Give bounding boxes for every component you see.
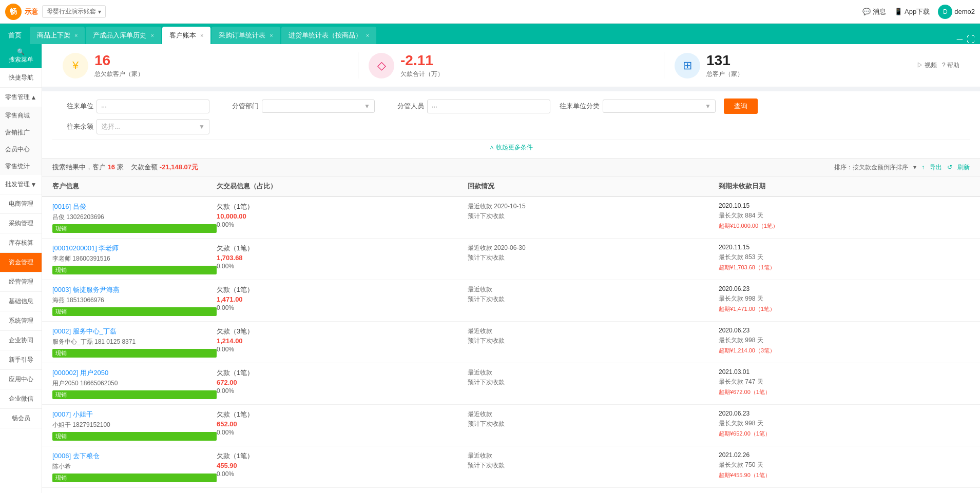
- maximize-icon[interactable]: ⛶: [967, 35, 975, 44]
- debt-percent: 0.00%: [217, 346, 468, 353]
- tab-home[interactable]: 首页: [0, 27, 30, 44]
- results-debt-amount: -21,148.07元: [160, 163, 198, 171]
- due-info-laoshi: 2020.11.15 最长欠款 853 天 超期¥1,703.68（1笔）: [719, 244, 970, 271]
- unit-category-select[interactable]: ▼: [603, 100, 716, 113]
- balance-select[interactable]: 选择... ▼: [97, 119, 209, 134]
- sort-label: 排序：按欠款金额倒序排序: [834, 163, 908, 172]
- filter-dept: 分管部门 ▼: [218, 100, 375, 113]
- debt-info-changji: 欠款（1笔） 1,471.00 0.00%: [217, 285, 468, 311]
- customer-name-link[interactable]: [0007] 小姐干: [52, 410, 217, 419]
- chevron-icon: ▼: [31, 181, 37, 188]
- latest-payment: 最近收款: [468, 285, 719, 294]
- debt-percent: 0.00%: [217, 304, 468, 311]
- due-date: 2020.06.23: [719, 327, 970, 334]
- due-info-changji: 2020.06.23 最长欠款 998 天 超期¥1,471.00（1笔）: [719, 285, 970, 313]
- close-icon[interactable]: ×: [200, 32, 203, 38]
- video-help-btn[interactable]: ▷ 视频: [917, 61, 937, 70]
- customer-info-dinglei: [0002] 服务中心_丁磊 服务中心_丁磊 181 0125 8371 现销: [52, 327, 217, 358]
- sidebar-item-enterprise-collab[interactable]: 企业协同: [0, 331, 42, 350]
- chevron-down-icon: ▾: [98, 8, 101, 15]
- customer-tag: 现销: [52, 307, 217, 316]
- sidebar-item-retail-stats[interactable]: 零售统计: [0, 158, 42, 175]
- dept-select[interactable]: ▼: [262, 100, 375, 113]
- customer-tag: 现销: [52, 224, 217, 233]
- avatar: D: [938, 5, 952, 19]
- overdue-days: 最长欠款 998 天: [719, 294, 970, 303]
- customer-name-link[interactable]: [0003] 畅捷服务尹海燕: [52, 285, 217, 294]
- close-icon[interactable]: ×: [150, 32, 153, 38]
- refresh-button[interactable]: 刷新: [957, 163, 970, 172]
- person-input[interactable]: ···: [427, 100, 550, 113]
- sidebar-item-sys-mgmt[interactable]: 系统管理: [0, 311, 42, 331]
- tab-customer-account[interactable]: 客户账本 ×: [162, 27, 210, 44]
- close-icon[interactable]: ×: [270, 32, 273, 38]
- filter-row-2: 往来余额 选择... ▼: [52, 119, 970, 134]
- help-btn[interactable]: ? 帮助: [942, 61, 959, 70]
- tab-products[interactable]: 商品上下架 ×: [30, 27, 85, 44]
- from-unit-input[interactable]: ···: [97, 100, 209, 113]
- table-row: [0007] 小姐干 小姐干 18279152100 现销 欠款（1笔） 652…: [42, 405, 980, 446]
- sidebar-item-batch-mgmt[interactable]: 批发管理 ▼: [0, 175, 42, 194]
- message-button[interactable]: 💬 消息: [862, 7, 886, 16]
- customer-name-link[interactable]: [0016] 吕俊: [52, 202, 217, 211]
- table-row: [00010200001] 李老师 李老师 18600391516 现销 欠款（…: [42, 239, 980, 280]
- tab-inventory-stats[interactable]: 进货单统计表（按商品） ×: [281, 27, 376, 44]
- tab-purchase-order[interactable]: 采购订单统计表 ×: [212, 27, 280, 44]
- sidebar-item-app-center[interactable]: 应用中心: [0, 370, 42, 389]
- export-button[interactable]: 导出: [930, 163, 942, 172]
- customer-name-link[interactable]: [000002] 用户2050: [52, 368, 217, 378]
- mobile-icon: 📱: [894, 8, 902, 15]
- customer-name-link[interactable]: [00010200001] 李老师: [52, 244, 217, 253]
- customer-name-link[interactable]: [0006] 去下粮仓: [52, 451, 217, 461]
- sidebar-item-business-mgmt[interactable]: 经营管理: [0, 272, 42, 292]
- tab-production[interactable]: 产成品入库单历史 ×: [86, 27, 161, 44]
- user-menu[interactable]: D demo2: [938, 5, 975, 19]
- sidebar-item-marketing[interactable]: 营销推广: [0, 124, 42, 141]
- next-payment: 预计下次收款: [468, 212, 719, 221]
- sidebar-item-ecommerce[interactable]: 电商管理: [0, 194, 42, 214]
- customer-tag: 现销: [52, 266, 217, 274]
- due-info-xiaojiejie: 2020.06.23 最长欠款 998 天 超期¥652.00（1笔）: [719, 410, 970, 438]
- sidebar-item-inventory-check[interactable]: 库存核算: [0, 233, 42, 253]
- sidebar-item-retail-mgmt[interactable]: 零售管理 ▲: [0, 88, 42, 107]
- results-prefix: 搜索结果中，客户: [52, 163, 106, 171]
- sidebar-item-purchase-mgmt[interactable]: 采购管理: [0, 214, 42, 233]
- collapse-bar[interactable]: ∧ 收起更多条件: [52, 140, 970, 155]
- customer-name-link[interactable]: [0002] 服务中心_丁磊: [52, 327, 217, 336]
- sidebar-item-member-center[interactable]: 会员中心: [0, 141, 42, 158]
- sidebar-item-finance-mgmt[interactable]: 资金管理: [0, 253, 42, 272]
- close-icon[interactable]: ×: [366, 32, 369, 38]
- debt-amount: 1,703.68: [217, 254, 468, 262]
- results-bar: 搜索结果中，客户 16 家 欠款金额 -21,148.07元 排序：按欠款金额倒…: [42, 158, 980, 176]
- sidebar-item-retail-store[interactable]: 零售商城: [0, 107, 42, 124]
- debt-percent: 0.00%: [217, 470, 468, 478]
- table-row: [0016] 吕俊 吕俊 13026203696 现销 欠款（1笔） 10,00…: [42, 197, 980, 239]
- total-customers-number: 131: [706, 52, 743, 69]
- stat-total-customers: ⊞ 131 总客户（家） ▷ 视频 ? 帮助: [664, 52, 970, 78]
- debt-amount: 652.00: [217, 420, 468, 428]
- results-customer-count: 16: [108, 163, 115, 171]
- store-selector[interactable]: 母婴行业演示账套 ▾: [42, 5, 106, 18]
- store-name: 母婴行业演示账套: [47, 7, 96, 16]
- sidebar-item-label: 经营管理: [9, 278, 33, 285]
- sidebar-item-basic-info[interactable]: 基础信息: [0, 292, 42, 311]
- debt-info-laoshi: 欠款（1笔） 1,703.68 0.00%: [217, 244, 468, 270]
- sidebar-item-label: 资金管理: [9, 259, 33, 266]
- minimize-icon[interactable]: ─: [957, 35, 963, 44]
- customer-phone: 海燕 18513066976: [52, 296, 217, 305]
- customer-code: [0007]: [52, 410, 71, 418]
- due-date: 2020.06.23: [719, 285, 970, 292]
- debt-amount: 672.00: [217, 379, 468, 386]
- search-button[interactable]: 查询: [724, 98, 758, 114]
- message-icon: 💬: [862, 8, 871, 15]
- close-icon[interactable]: ×: [74, 32, 78, 38]
- app-download-button[interactable]: 📱 App下载: [894, 7, 930, 16]
- sidebar-search[interactable]: 🔍 搜索菜单: [0, 44, 42, 68]
- table-row: [0006] 去下粮仓 陈小希 现销 欠款（1笔） 455.90 0.00% 最…: [42, 446, 980, 488]
- debt-percent: 0.00%: [217, 429, 468, 436]
- table-row: [0002] 服务中心_丁磊 服务中心_丁磊 181 0125 8371 现销 …: [42, 322, 980, 363]
- sidebar-item-enterprise-wechat[interactable]: 企业微信: [0, 389, 42, 409]
- customer-name: 用户2050: [80, 369, 108, 377]
- sidebar-item-chang-member[interactable]: 畅会员: [0, 409, 42, 428]
- sidebar-item-newbie-guide[interactable]: 新手引导: [0, 350, 42, 370]
